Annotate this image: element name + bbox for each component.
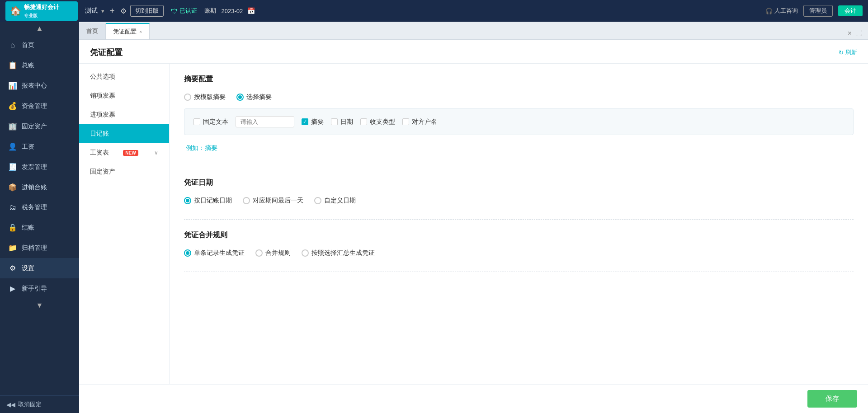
close-period-icon: 🔒 (8, 223, 17, 232)
main-layout: ▲ ⌂ 首页 📋 总账 📊 报表中心 💰 资金管理 🏢 固定资产 (0, 22, 868, 413)
radio-single[interactable]: 单条记录生成凭证 (184, 249, 245, 257)
tab-home[interactable]: 首页 (79, 23, 106, 39)
radio-single-circle (184, 249, 191, 257)
merge-section: 凭证合并规则 单条记录生成凭证 合并规则 (184, 230, 854, 257)
close-tab-button[interactable]: × (848, 29, 852, 38)
sidebar-scroll-down-button[interactable]: ▼ (34, 300, 45, 311)
sidebar-item-tax[interactable]: 🗂 税务管理 (0, 197, 79, 217)
sidebar-item-home[interactable]: ⌂ 首页 (0, 35, 79, 55)
inner-layout: 公共选项 销项发票 进项发票 日记账 工资表 NEW ∨ (79, 64, 868, 413)
radio-select-summary-circle (236, 94, 244, 101)
tab-config[interactable]: 凭证配置 × (106, 23, 150, 39)
right-panel: 摘要配置 按模版摘要 选择摘要 (170, 64, 868, 413)
sidebar-label-assets: 固定资产 (22, 122, 47, 131)
sidebar-label-tax: 税务管理 (22, 203, 47, 211)
left-nav-item-public[interactable]: 公共选项 (79, 67, 169, 86)
sidebar-item-close[interactable]: 🔒 结账 (0, 217, 79, 238)
checkbox-summary[interactable]: 摘要 (302, 118, 324, 126)
radio-custom-date[interactable]: 自定义日期 (314, 197, 356, 205)
service-icon: 🎧 (765, 8, 773, 14)
left-nav-item-fixed-assets[interactable]: 固定资产 (79, 162, 169, 181)
sidebar: ▲ ⌂ 首页 📋 总账 📊 报表中心 💰 资金管理 🏢 固定资产 (0, 22, 79, 413)
sidebar-item-ledger[interactable]: 📋 总账 (0, 55, 79, 75)
checkbox-fixed-text[interactable]: 固定文本 (193, 118, 228, 126)
sidebar-label-close: 结账 (22, 224, 34, 232)
divider-1 (184, 167, 854, 167)
page-content: 凭证配置 ↻ 刷新 公共选项 销项发票 进项发票 (79, 40, 868, 413)
sidebar-item-funds[interactable]: 💰 资金管理 (0, 96, 79, 116)
radio-select-summary-label: 选择摘要 (246, 93, 272, 101)
switch-version-button[interactable]: 切到旧版 (130, 5, 164, 17)
fixed-text-input[interactable] (236, 116, 294, 127)
assets-icon: 🏢 (8, 122, 17, 131)
radio-template[interactable]: 按模版摘要 (184, 93, 226, 101)
radio-last-day-circle (243, 197, 250, 204)
admin-button[interactable]: 管理员 (803, 5, 833, 17)
company-name: 测试 (85, 7, 98, 15)
refresh-icon: ↻ (839, 49, 844, 56)
tab-actions: × ⛶ (848, 29, 868, 39)
tab-home-label: 首页 (86, 27, 98, 35)
summary-checkbox-row: 固定文本 摘要 日期 (184, 108, 854, 135)
add-icon[interactable]: + (108, 6, 117, 16)
left-nav-item-payroll-table[interactable]: 工资表 NEW ∨ (79, 143, 169, 162)
guide-icon: ▶ (8, 284, 17, 293)
radio-merge-rule[interactable]: 合并规则 (255, 249, 291, 257)
merge-section-title: 凭证合并规则 (184, 230, 854, 240)
left-nav-item-purchase-invoice[interactable]: 进项发票 (79, 105, 169, 124)
date-radio-group: 按日记账日期 对应期间最后一天 自定义日期 (184, 197, 854, 205)
reports-icon: 📊 (8, 81, 17, 90)
checkbox-date-label: 日期 (340, 118, 353, 126)
merge-radio-group: 单条记录生成凭证 合并规则 按照选择汇总生成凭证 (184, 249, 854, 257)
app-sub: 专业版 (24, 13, 38, 18)
summary-section-title: 摘要配置 (184, 75, 854, 84)
checkbox-counterpart-label: 对方户名 (412, 118, 437, 126)
sidebar-item-invoice[interactable]: 🧾 发票管理 (0, 157, 79, 177)
sidebar-item-archive[interactable]: 📁 归档管理 (0, 238, 79, 258)
sidebar-scroll-up-button[interactable]: ▲ (34, 23, 45, 34)
topbar-right: 🎧 人工咨询 管理员 会计 (765, 5, 863, 17)
cancel-fixed-button[interactable]: ◀◀ 取消固定 (0, 395, 79, 413)
sidebar-item-assets[interactable]: 🏢 固定资产 (0, 116, 79, 136)
left-nav-item-diary[interactable]: 日记账 (79, 124, 169, 143)
checkbox-income-type-box (360, 118, 367, 125)
sidebar-label-funds: 资金管理 (22, 102, 47, 110)
sidebar-item-guide[interactable]: ▶ 新手引导 (0, 278, 79, 299)
sidebar-label-ledger: 总账 (22, 61, 34, 70)
radio-diary-date[interactable]: 按日记账日期 (184, 197, 232, 205)
checkbox-fixed-text-label: 固定文本 (203, 118, 228, 126)
save-button[interactable]: 保存 (807, 390, 857, 408)
tab-config-close-icon[interactable]: × (139, 29, 142, 34)
radio-select-merge[interactable]: 按照选择汇总生成凭证 (302, 249, 375, 257)
calendar-icon[interactable]: 📅 (247, 7, 255, 14)
checkbox-date-box (331, 118, 338, 125)
date-section: 凭证日期 按日记账日期 对应期间最后一天 (184, 178, 854, 205)
app-logo: 🏠 畅捷通好会计 专业版 (5, 1, 78, 21)
checkbox-income-type-label: 收支类型 (370, 118, 395, 126)
sidebar-label-archive: 归档管理 (22, 244, 47, 252)
accountant-button[interactable]: 会计 (838, 5, 863, 16)
sidebar-item-sales[interactable]: 📦 进销台账 (0, 177, 79, 197)
radio-merge-rule-label: 合并规则 (265, 249, 291, 257)
refresh-button[interactable]: ↻ 刷新 (839, 48, 857, 56)
sidebar-label-reports: 报表中心 (22, 82, 47, 90)
unpin-icon: ◀◀ (6, 401, 15, 408)
service-button[interactable]: 🎧 人工咨询 (765, 7, 798, 15)
sidebar-label-guide: 新手引导 (22, 285, 47, 293)
funds-icon: 💰 (8, 102, 17, 110)
sidebar-item-reports[interactable]: 📊 报表中心 (0, 75, 79, 96)
checkbox-income-type[interactable]: 收支类型 (360, 118, 395, 126)
company-dropdown-icon[interactable]: ▾ (101, 8, 104, 14)
sidebar-label-payroll: 工资 (22, 143, 34, 151)
sidebar-item-payroll[interactable]: 👤 工资 (0, 136, 79, 157)
radio-select-summary[interactable]: 选择摘要 (236, 93, 272, 101)
settings-icon[interactable]: ⚙ (120, 7, 127, 15)
radio-last-day[interactable]: 对应期间最后一天 (243, 197, 303, 205)
page-title: 凭证配置 (90, 47, 123, 58)
checkbox-date[interactable]: 日期 (331, 118, 353, 126)
left-nav-item-sales-invoice[interactable]: 销项发票 (79, 86, 169, 105)
left-nav: 公共选项 销项发票 进项发票 日记账 工资表 NEW ∨ (79, 64, 170, 413)
expand-tab-button[interactable]: ⛶ (855, 29, 863, 38)
checkbox-counterpart[interactable]: 对方户名 (402, 118, 437, 126)
sidebar-item-settings[interactable]: ⚙ 设置 (0, 258, 79, 278)
